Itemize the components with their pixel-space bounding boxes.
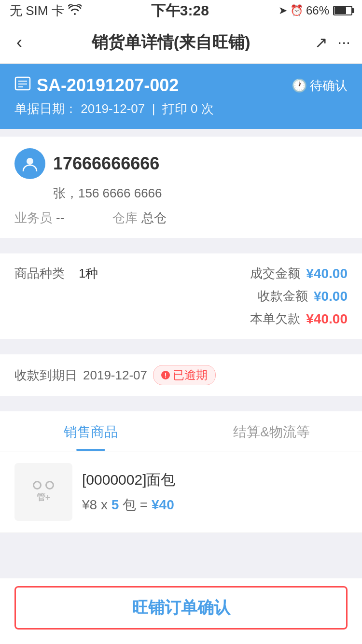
product-name-text: 面包 (146, 472, 175, 488)
customer-header: 17666666666 (14, 148, 348, 179)
bottom-bar: 旺铺订单确认 (0, 578, 362, 644)
product-code: [0000002] (82, 472, 146, 488)
balance-row: 本单欠款 ¥40.00 (250, 310, 348, 327)
warehouse-label: 仓库 (112, 210, 138, 226)
table-row: 管+ [0000002]面包 ¥8 x 5 包 = ¥40 (0, 451, 362, 533)
warehouse-field: 仓库 总仓 (112, 210, 167, 226)
order-date: 单据日期： 2019-12-07 | 打印 0 次 (14, 100, 348, 117)
clock-icon: 🕐 (292, 78, 307, 93)
customer-name: 张，156 6666 6666 (53, 185, 348, 202)
status-right: ➤ ⏰ 66% (278, 4, 352, 17)
tab-settlement[interactable]: 结算&物流等 (181, 411, 362, 451)
product-thumbnail: 管+ (14, 463, 72, 521)
back-button[interactable]: ‹ (12, 28, 27, 57)
confirm-order-button[interactable]: 旺铺订单确认 (14, 586, 348, 630)
salesperson-value: -- (56, 210, 64, 225)
section-divider-1 (0, 238, 362, 246)
product-name: [0000002]面包 (82, 470, 348, 490)
order-id: SA-20191207-002 (14, 75, 179, 96)
owl-right-eye (45, 481, 54, 490)
status-bar: 无 SIM 卡 下午3:28 ➤ ⏰ 66% (0, 0, 362, 21)
order-icon (14, 76, 31, 95)
product-quantity: 5 (111, 497, 119, 512)
battery-percent: 66% (306, 4, 329, 17)
page-title: 销货单详情(来自旺铺) (92, 31, 251, 54)
product-unit: 包 (123, 497, 136, 512)
multiply-icon: x (101, 497, 111, 512)
salesperson-label: 业务员 (14, 210, 52, 226)
customer-phone: 17666666666 (53, 154, 159, 174)
order-status-text: 待确认 (310, 77, 348, 94)
status-time: 下午3:28 (151, 1, 209, 21)
product-type-value: 1种 (79, 266, 98, 280)
balance-label: 本单欠款 (250, 310, 300, 327)
customer-meta: 业务员 -- 仓库 总仓 (14, 210, 348, 226)
tabs: 销售商品 结算&物流等 (0, 411, 362, 451)
customer-section: 17666666666 张，156 6666 6666 业务员 -- 仓库 总仓 (0, 137, 362, 238)
order-banner: SA-20191207-002 🕐 待确认 单据日期： 2019-12-07 |… (0, 64, 362, 129)
avatar (14, 148, 45, 179)
product-type-label: 商品种类 (14, 266, 65, 280)
deal-amount-value: ¥40.00 (306, 266, 348, 281)
salesperson-field: 业务员 -- (14, 210, 64, 226)
product-info: [0000002]面包 ¥8 x 5 包 = ¥40 (82, 470, 348, 514)
equals-sign: = (140, 497, 152, 512)
nav-actions: ↗ ··· (315, 33, 350, 52)
warehouse-value: 总仓 (141, 210, 167, 226)
order-banner-top: SA-20191207-002 🕐 待确认 (14, 75, 348, 96)
product-total: ¥40 (152, 497, 174, 512)
order-id-text: SA-20191207-002 (37, 75, 179, 96)
summary-section: 商品种类 1种 成交金额 ¥40.00 收款金额 ¥0.00 本单欠款 ¥40.… (0, 253, 362, 339)
overdue-text: 已逾期 (173, 367, 208, 383)
summary-right: 成交金额 ¥40.00 收款金额 ¥0.00 本单欠款 ¥40.00 (250, 265, 348, 327)
owl-brand-text: 管+ (37, 491, 51, 503)
order-status: 🕐 待确认 (292, 77, 348, 94)
owl-eyes (33, 481, 54, 490)
more-icon[interactable]: ··· (337, 33, 350, 51)
product-list: 管+ [0000002]面包 ¥8 x 5 包 = ¥40 (0, 451, 362, 533)
owl-left-eye (33, 481, 42, 490)
owl-logo: 管+ (33, 481, 54, 503)
product-price-row: ¥8 x 5 包 = ¥40 (82, 496, 348, 514)
deal-amount-row: 成交金额 ¥40.00 (250, 265, 348, 282)
overdue-dot-icon: ! (161, 371, 170, 379)
location-icon: ➤ (278, 4, 287, 17)
product-type-row: 商品种类 1种 (14, 265, 98, 282)
share-icon[interactable]: ↗ (315, 33, 328, 52)
section-divider-2 (0, 339, 362, 347)
due-section: 收款到期日 2019-12-07 ! 已逾期 (0, 354, 362, 396)
deal-amount-label: 成交金额 (250, 265, 300, 282)
product-unit-price: ¥8 (82, 497, 97, 512)
status-left: 无 SIM 卡 (10, 2, 82, 19)
summary-left: 商品种类 1种 (14, 265, 98, 282)
carrier-text: 无 SIM 卡 (10, 2, 64, 19)
battery-icon (333, 6, 352, 15)
section-divider-3 (0, 396, 362, 404)
wifi-icon (68, 3, 82, 18)
overdue-badge: ! 已逾期 (153, 365, 216, 385)
svg-point-4 (27, 158, 33, 165)
due-date: 2019-12-07 (83, 368, 147, 383)
nav-bar: ‹ 销货单详情(来自旺铺) ↗ ··· (0, 21, 362, 64)
payment-amount-row: 收款金额 ¥0.00 (258, 288, 348, 305)
due-label: 收款到期日 (14, 367, 77, 384)
tab-sales-products[interactable]: 销售商品 (0, 411, 181, 451)
payment-amount-value: ¥0.00 (314, 289, 348, 304)
balance-value: ¥40.00 (306, 311, 348, 327)
alarm-icon: ⏰ (290, 4, 303, 17)
payment-amount-label: 收款金额 (258, 288, 308, 305)
